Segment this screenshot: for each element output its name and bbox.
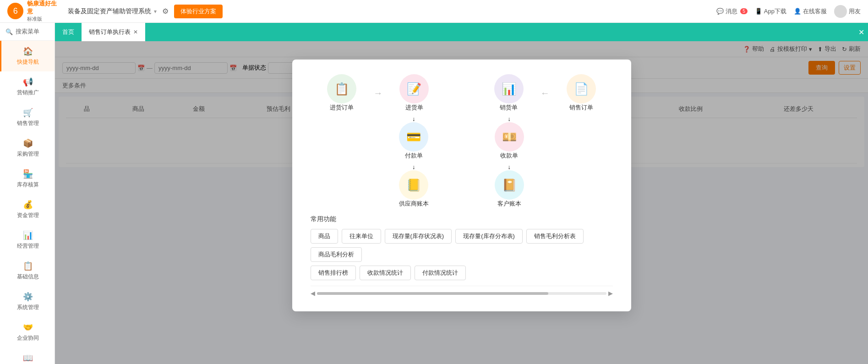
- purchase-bill-icon: 📝: [399, 74, 429, 103]
- quick-nav-icon: 🏠: [23, 46, 33, 56]
- avatar: [834, 5, 847, 18]
- flow-node-sales-bill[interactable]: 📊 销货单: [477, 74, 540, 112]
- flow-node-sales-order[interactable]: 📄 销售订单: [550, 74, 613, 112]
- service-icon: 👤: [794, 8, 801, 15]
- func-btn-7[interactable]: 收款情况统计: [360, 266, 411, 280]
- down-arrow-purchase: ↓: [382, 115, 446, 122]
- scroll-right-icon[interactable]: ▶: [608, 290, 613, 297]
- flow-node-purchase-bill[interactable]: 📝 进货单: [382, 74, 446, 112]
- sales-bill-icon: 📊: [494, 74, 524, 103]
- tab-home[interactable]: 首页: [55, 23, 82, 41]
- sidebar-item-basic-info[interactable]: 📋 基础信息: [0, 255, 55, 286]
- flow-node-customer-ledger[interactable]: 📔 客户账本: [477, 170, 541, 208]
- system-title: 装备及固定资产辅助管理系统 ▾: [68, 7, 157, 16]
- message-icon: 💬: [716, 8, 724, 15]
- tab-sales-exec[interactable]: 销售订单执行表 ✕: [82, 23, 145, 41]
- guide-icon: 📖: [23, 353, 33, 363]
- inventory-icon: 🏪: [23, 169, 33, 179]
- func-btn-5[interactable]: 商品毛利分析: [311, 247, 362, 262]
- top-header: 6 畅康通好生意 标准版 装备及固定资产辅助管理系统 ▾ ⚙ 体验行业方案 💬 …: [0, 0, 868, 23]
- sales-order-icon: 📄: [567, 74, 596, 103]
- common-functions: 常用功能 商品 往来单位 现存量(库存状况表) 现存量(库存分布表) 销售毛利分…: [311, 215, 613, 280]
- system-icon: ⚙️: [23, 292, 33, 302]
- user-action[interactable]: 用友: [834, 5, 861, 18]
- logo-text: 畅康通好生意 标准版: [27, 0, 62, 22]
- customer-ledger-icon: 📔: [495, 170, 524, 200]
- scroll-left-icon[interactable]: ◀: [311, 290, 315, 297]
- system-dropdown-arrow[interactable]: ▾: [154, 8, 157, 15]
- modal-overlay: 📋 进货订单 → 📝 进货单: [55, 41, 868, 364]
- func-btn-1[interactable]: 往来单位: [342, 229, 381, 244]
- online-service-action[interactable]: 👤 在线客服: [794, 7, 827, 16]
- app-download-action[interactable]: 📱 App下载: [755, 7, 786, 16]
- down-arrow-payment: ↓: [382, 163, 446, 170]
- page-content: ❓ 帮助 🖨 按模板打印 ▾ ⬆ 导出 ↻ 刷新: [55, 41, 868, 364]
- func-btn-6[interactable]: 销售排行榜: [311, 266, 356, 280]
- tab-bar: 首页 销售订单执行表 ✕ ✕: [55, 23, 868, 41]
- sales-icon: 🛒: [23, 108, 33, 118]
- tab-close-icon[interactable]: ✕: [133, 29, 138, 35]
- logo-main: 畅康通好生意: [27, 0, 62, 16]
- message-action[interactable]: 💬 消息 5: [716, 7, 748, 16]
- flow-node-receipt[interactable]: 💴 收款单: [477, 122, 541, 160]
- purchase-icon: 📦: [23, 138, 33, 148]
- finance-icon: 💰: [23, 200, 33, 210]
- sidebar-item-inventory[interactable]: 🏪 库存核算: [0, 163, 55, 194]
- search-menu[interactable]: 🔍 搜索菜单: [0, 23, 55, 41]
- func-btn-8[interactable]: 付款情况统计: [415, 266, 466, 280]
- payment-icon: 💳: [399, 122, 428, 152]
- search-icon: 🔍: [5, 28, 13, 35]
- sidebar-item-sales[interactable]: 🛒 销售管理: [0, 102, 55, 133]
- message-badge: 5: [740, 8, 748, 14]
- basic-info-icon: 📋: [23, 261, 33, 271]
- down-arrow-sales: ↓: [477, 115, 541, 122]
- main-layout: 🔍 搜索菜单 🏠 快捷导航 📢 营销推广 🛒 销售管理 📦 采购管理 🏪: [0, 23, 868, 364]
- app-container: 6 畅康通好生意 标准版 装备及固定资产辅助管理系统 ▾ ⚙ 体验行业方案 💬 …: [0, 0, 868, 364]
- sidebar-item-quick-nav[interactable]: 🏠 快捷导航: [0, 41, 55, 71]
- sidebar-item-operations[interactable]: 📊 经营管理: [0, 225, 55, 255]
- sidebar-item-guide[interactable]: 📖 新手引导: [0, 348, 55, 364]
- flow-node-supplier-ledger[interactable]: 📒 供应商账本: [382, 170, 446, 208]
- function-buttons-row2: 销售排行榜 收款情况统计 付款情况统计: [311, 266, 613, 280]
- flow-node-purchase-order[interactable]: 📋 进货订单: [311, 74, 374, 112]
- func-btn-4[interactable]: 销售毛利分析表: [526, 229, 584, 244]
- logo-sub: 标准版: [27, 16, 62, 22]
- common-functions-title: 常用功能: [311, 215, 613, 223]
- func-btn-3[interactable]: 现存量(库存分布表): [455, 229, 523, 244]
- sidebar-item-marketing[interactable]: 📢 营销推广: [0, 71, 55, 102]
- content-area: 首页 销售订单执行表 ✕ ✕ ❓ 帮助 🖨: [55, 23, 868, 364]
- tab-bar-close-icon[interactable]: ✕: [858, 28, 864, 37]
- enterprise-icon: 🤝: [23, 322, 33, 332]
- logo-area: 6 畅康通好生意 标准版: [7, 0, 62, 22]
- arrow-1: →: [373, 88, 382, 98]
- sidebar-item-enterprise[interactable]: 🤝 企业协同: [0, 317, 55, 348]
- modal: 📋 进货订单 → 📝 进货单: [292, 60, 631, 311]
- header-right: 💬 消息 5 📱 App下载 👤 在线客服 用友: [716, 5, 861, 18]
- sidebar: 🔍 搜索菜单 🏠 快捷导航 📢 营销推广 🛒 销售管理 📦 采购管理 🏪: [0, 23, 55, 364]
- sidebar-item-system[interactable]: ⚙️ 系统管理: [0, 286, 55, 317]
- sidebar-item-finance[interactable]: 💰 资金管理: [0, 194, 55, 225]
- func-btn-2[interactable]: 现存量(库存状况表): [385, 229, 452, 244]
- logo-icon: 6: [7, 3, 23, 19]
- flow-diagram: 📋 进货订单 → 📝 进货单: [311, 74, 613, 212]
- arrow-2: ←: [540, 88, 550, 98]
- app-icon: 📱: [755, 8, 762, 15]
- func-btn-0[interactable]: 商品: [311, 229, 338, 244]
- supplier-ledger-icon: 📒: [399, 170, 428, 200]
- settings-icon[interactable]: ⚙: [162, 7, 169, 16]
- operations-icon: 📊: [23, 230, 33, 240]
- function-buttons: 商品 往来单位 现存量(库存状况表) 现存量(库存分布表) 销售毛利分析表 商品…: [311, 229, 613, 262]
- flow-node-payment[interactable]: 💳 付款单: [382, 122, 446, 160]
- sidebar-item-purchase[interactable]: 📦 采购管理: [0, 133, 55, 163]
- receipt-icon: 💴: [495, 122, 524, 152]
- marketing-icon: 📢: [23, 77, 33, 87]
- scrollbar-thumb[interactable]: [317, 292, 549, 295]
- purchase-order-icon: 📋: [327, 74, 356, 103]
- trial-button[interactable]: 体验行业方案: [174, 5, 223, 18]
- down-arrow-receipt: ↓: [477, 163, 541, 170]
- modal-scrollbar: ◀ ▶: [311, 286, 613, 297]
- scrollbar-track: [317, 292, 606, 295]
